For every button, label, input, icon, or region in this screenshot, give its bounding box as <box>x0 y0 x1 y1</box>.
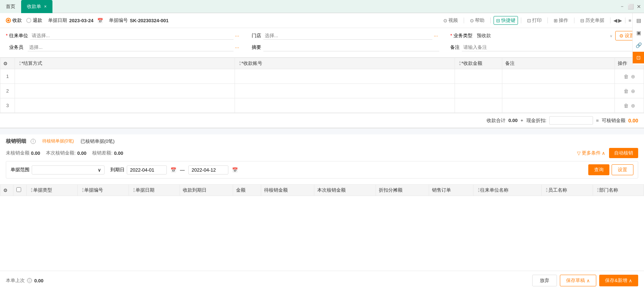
window-close-btn[interactable]: ✕ <box>637 4 641 9</box>
form-row-2: 业务员 ··· 摘要 备注 <box>6 43 638 51</box>
draft-btn[interactable]: 保存草稿 ∧ <box>560 275 596 286</box>
date-to-input[interactable] <box>188 165 228 175</box>
print-btn[interactable]: ⊡ 打印 <box>524 16 545 25</box>
settle-method-cell-2[interactable] <box>15 84 235 98</box>
bottom-th-dept: ▲▼ 部门名称 <box>593 185 644 196</box>
settle-method-cell-1[interactable] <box>15 69 235 84</box>
tab-close-icon[interactable]: × <box>44 4 47 9</box>
staff-more-btn[interactable]: ··· <box>233 44 241 50</box>
nav-prev-btn[interactable]: ◀ <box>613 17 617 23</box>
set-btn[interactable]: 设置 <box>612 164 633 175</box>
save-btn[interactable]: 保存&新增 ∧ <box>599 275 638 286</box>
bottom-th-doc-type: ▲▼ 单据类型 <box>27 185 78 196</box>
save-arrow-icon: ∧ <box>629 278 632 283</box>
amount-cell-3[interactable] <box>455 98 502 113</box>
sidebar-icon-3[interactable]: 🔗 <box>633 39 644 51</box>
table-settings-icon[interactable]: ⚙ <box>0 58 15 69</box>
form-row-1: * 往来单位 ··· 门店 ··· * 业务类型 预收款 ∨ <box>6 31 638 40</box>
unverified-amount: 未核销金额 0.00 <box>6 150 40 156</box>
abandon-btn[interactable]: 放弃 <box>532 275 557 286</box>
remark-cell-3[interactable] <box>502 98 614 113</box>
copy-icon-3[interactable]: ⊕ <box>631 103 635 109</box>
window-minimize-btn[interactable]: － <box>620 3 625 10</box>
delete-icon-1[interactable]: 🗑 <box>624 74 629 79</box>
toolbar-right: ⊙ 视频 ⊙ 帮助 ⊟ 快捷键 ⊡ 打印 <box>440 16 638 25</box>
auto-verify-btn[interactable]: 自动核销 <box>609 148 638 158</box>
copy-icon-1[interactable]: ⊕ <box>631 74 635 79</box>
date-from-input[interactable] <box>127 165 167 175</box>
window-restore-btn[interactable]: ⬜ <box>628 4 634 9</box>
settle-method-cell-3[interactable] <box>15 98 235 113</box>
account-no-cell-2[interactable] <box>235 84 455 98</box>
discount-input[interactable] <box>549 116 593 125</box>
shortcut-btn[interactable]: ⊟ 快捷键 <box>494 16 518 25</box>
store-input[interactable] <box>263 32 432 40</box>
bottom-th-pending: 待核销金额 <box>261 185 314 196</box>
more-conditions-btn[interactable]: ▽ 更多条件 ∧ <box>577 150 605 156</box>
filter-actions: 查询 设置 <box>588 164 633 175</box>
history-icon: ⊟ <box>580 18 584 23</box>
radio-group: 收款 退款 <box>6 17 42 24</box>
counterpart-input[interactable] <box>30 32 233 40</box>
bottom-th-settings[interactable]: ⚙ <box>0 185 13 196</box>
amount-cell-1[interactable] <box>455 69 502 84</box>
th-remark: 备注 <box>502 58 614 69</box>
tab-current[interactable]: 收款单 × <box>21 0 52 13</box>
draft-arrow-icon: ∧ <box>586 278 590 283</box>
verify-stats: 未核销金额 0.00 本次核销金额: 0.00 核销差额: 0.00 ▽ 更多条… <box>6 148 638 158</box>
date-field: 单据日期 2023-03-24 📅 <box>48 17 103 24</box>
sidebar-icon-1[interactable]: ▤ <box>633 15 644 26</box>
delete-icon-3[interactable]: 🗑 <box>624 103 629 109</box>
counterpart-more-btn[interactable]: ··· <box>233 33 241 39</box>
date-to-icon[interactable]: 📅 <box>232 167 238 173</box>
verify-info-icon[interactable]: i <box>31 139 36 144</box>
tab-home[interactable]: 首页 <box>0 0 21 13</box>
video-btn[interactable]: ⊙ 视频 <box>440 16 461 25</box>
bottom-table: ⚙ ▲▼ 单据类型 ▲▼ <box>0 184 644 196</box>
biz-type-dropdown-icon[interactable]: ∨ <box>610 34 612 38</box>
sidebar-icon-4[interactable]: ⊡ <box>633 52 644 63</box>
divider7 <box>625 17 625 23</box>
remark-cell-2[interactable] <box>502 84 614 98</box>
sidebar-icon-2[interactable]: ▣ <box>633 27 644 39</box>
history-btn[interactable]: ⊟ 历史单据 <box>577 16 607 25</box>
staff-input[interactable] <box>28 43 233 51</box>
range-select[interactable]: ∨ <box>32 165 105 175</box>
delete-icon-2[interactable]: 🗑 <box>624 88 629 94</box>
remark-input[interactable] <box>462 43 638 51</box>
verify-header: 核销明细 i 待核销单据(0笔) 已核销单据(0笔) <box>6 137 638 145</box>
footer-info-icon[interactable]: ⓘ <box>27 278 32 283</box>
divider2 <box>490 17 491 23</box>
nav-next-btn[interactable]: ▶ <box>618 17 622 23</box>
select-all-checkbox[interactable] <box>16 187 21 192</box>
bottom-th-doc-no: ▲▼ 单据编号 <box>78 185 129 196</box>
divider1 <box>464 17 464 23</box>
pending-tab[interactable]: 待核销单据(0笔) <box>40 137 76 145</box>
right-sidebar: ▤ ▣ 🔗 ⊡ <box>632 13 644 65</box>
remark-cell-1[interactable] <box>502 69 614 84</box>
staff-field: 业务员 ··· <box>6 43 241 51</box>
radio-refund[interactable]: 退款 <box>26 17 42 24</box>
account-no-cell-1[interactable] <box>235 69 455 84</box>
range-filter: 单据范围 ∨ <box>11 165 105 175</box>
counterpart-field: * 往来单位 ··· <box>6 32 241 40</box>
account-no-cell-3[interactable] <box>235 98 455 113</box>
summary-input[interactable] <box>263 43 440 51</box>
operation-btn[interactable]: ⊞ 操作 <box>551 16 571 25</box>
help-btn[interactable]: ⊙ 帮助 <box>467 16 487 25</box>
table-body: 1 🗑 ⊕ 2 <box>0 69 644 113</box>
action-cell-2: 🗑 ⊕ <box>615 84 644 98</box>
calendar-icon[interactable]: 📅 <box>97 18 103 23</box>
layout-list-btn[interactable]: ≡ <box>628 18 631 23</box>
radio-receive-dot <box>6 18 11 23</box>
gear-icon: ⚙ <box>619 33 624 39</box>
amount-cell-2[interactable] <box>455 84 502 98</box>
bottom-table-wrap: ⚙ ▲▼ 单据类型 ▲▼ <box>0 184 644 271</box>
footer: 本单上次 ⓘ 0.00 放弃 保存草稿 ∧ 保存&新增 ∧ <box>0 271 644 290</box>
bottom-th-current: 本次核销金额 <box>314 185 376 196</box>
date-from-icon[interactable]: 📅 <box>170 167 176 173</box>
copy-icon-2[interactable]: ⊕ <box>631 88 635 94</box>
query-btn[interactable]: 查询 <box>588 164 609 175</box>
store-more-btn[interactable]: ··· <box>432 33 440 39</box>
radio-receive[interactable]: 收款 <box>6 17 22 24</box>
